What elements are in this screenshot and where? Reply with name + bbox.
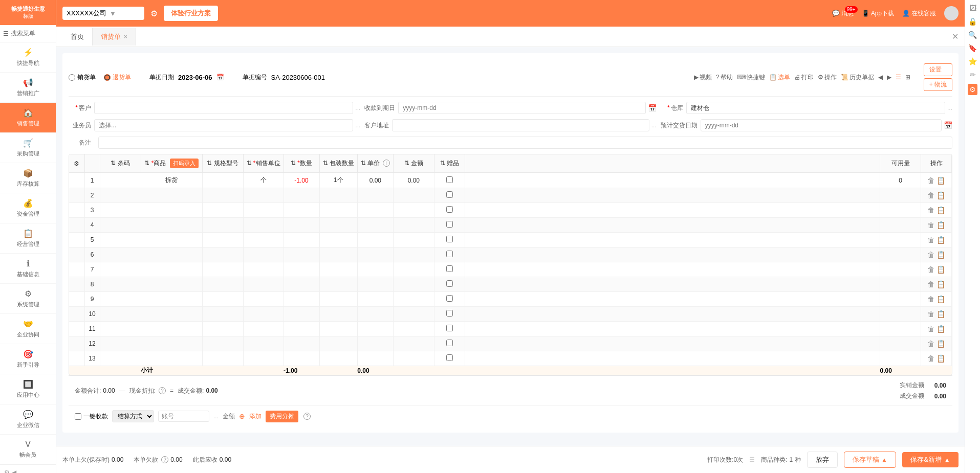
row-copy-icon[interactable]: 📋: [937, 176, 945, 185]
gift-checkbox[interactable]: [446, 340, 453, 346]
row-pkgqty[interactable]: [319, 277, 357, 292]
row-gift[interactable]: [434, 307, 465, 322]
salesperson-input[interactable]: [94, 119, 353, 131]
row-gift[interactable]: [434, 173, 465, 188]
row-price[interactable]: [357, 233, 393, 247]
warehouse-input[interactable]: [686, 102, 945, 114]
row-copy-icon[interactable]: 📋: [937, 206, 945, 214]
row-gift[interactable]: [434, 203, 465, 218]
row-delete-icon[interactable]: 🗑: [927, 251, 934, 259]
row-copy-icon[interactable]: 📋: [937, 251, 945, 259]
row-gift[interactable]: [434, 336, 465, 351]
row-pkgqty[interactable]: [319, 322, 357, 336]
one-click-pay-label[interactable]: 一键收款: [75, 412, 108, 421]
gift-checkbox[interactable]: [446, 236, 453, 242]
row-product[interactable]: [141, 322, 202, 336]
row-price[interactable]: [357, 336, 393, 351]
row-qty[interactable]: [284, 336, 319, 351]
row-pkgqty[interactable]: [319, 188, 357, 203]
help-btn[interactable]: ? 帮助: [716, 73, 733, 82]
radio-sales-input[interactable]: [69, 74, 75, 81]
row-delete-icon[interactable]: 🗑: [927, 280, 934, 288]
expense-button[interactable]: 费用分摊: [266, 411, 298, 422]
add-payment-icon[interactable]: ⊕: [239, 412, 245, 420]
gift-checkbox[interactable]: [446, 310, 453, 317]
row-product[interactable]: [141, 203, 202, 218]
view-list-icon[interactable]: ☰: [896, 74, 901, 81]
gift-checkbox[interactable]: [446, 176, 453, 183]
abandon-button[interactable]: 放弃: [807, 452, 838, 468]
radio-return-order[interactable]: 退货单: [104, 73, 131, 82]
sidebar-item-vip[interactable]: V 畅会员: [0, 435, 56, 464]
customer-input[interactable]: [94, 102, 353, 114]
sidebar-item-quicknav[interactable]: ⚡ 快捷导航: [0, 42, 56, 73]
gift-checkbox[interactable]: [446, 295, 453, 302]
trial-button[interactable]: 体验行业方案: [164, 6, 218, 21]
row-spec[interactable]: [202, 203, 243, 218]
row-gift[interactable]: [434, 262, 465, 277]
row-price[interactable]: [357, 203, 393, 218]
row-delete-icon[interactable]: 🗑: [927, 236, 934, 244]
row-qty[interactable]: [284, 307, 319, 322]
row-unit[interactable]: [243, 262, 284, 277]
row-qty[interactable]: [284, 262, 319, 277]
expected-date-input[interactable]: [701, 119, 942, 131]
row-product[interactable]: [141, 247, 202, 262]
row-product[interactable]: [141, 262, 202, 277]
gift-checkbox[interactable]: [446, 280, 453, 287]
customer-dots[interactable]: ...: [355, 104, 360, 111]
logistics-button[interactable]: + 物流: [924, 78, 952, 91]
row-spec[interactable]: [202, 247, 243, 262]
row-amount[interactable]: [393, 336, 434, 351]
select-btn[interactable]: 📋 选单: [769, 73, 790, 82]
row-spec[interactable]: [202, 322, 243, 336]
row-pkgqty[interactable]: [319, 262, 357, 277]
scan-button[interactable]: 扫码录入: [170, 159, 199, 168]
row-gift[interactable]: [434, 218, 465, 233]
row-qty[interactable]: [284, 233, 319, 247]
row-barcode[interactable]: [100, 351, 141, 366]
nav-next-icon[interactable]: ▶: [887, 74, 891, 81]
sidebar-collapse-icon[interactable]: ◀: [12, 469, 16, 473]
row-copy-icon[interactable]: 📋: [937, 280, 945, 288]
row-qty[interactable]: [284, 203, 319, 218]
col-header-settings[interactable]: ⚙: [69, 154, 84, 173]
row-spec[interactable]: [202, 307, 243, 322]
row-price[interactable]: [357, 307, 393, 322]
row-qty[interactable]: [284, 292, 319, 307]
row-unit[interactable]: [243, 351, 284, 366]
row-product[interactable]: 拆货: [141, 173, 202, 188]
row-product[interactable]: [141, 233, 202, 247]
sidebar-item-collab[interactable]: 🤝 企业协同: [0, 314, 56, 344]
rs-image-icon[interactable]: 🖼: [969, 4, 976, 12]
sidebar-item-operation[interactable]: 📋 经营管理: [0, 223, 56, 254]
row-spec[interactable]: [202, 188, 243, 203]
sidebar-item-system[interactable]: ⚙ 系统管理: [0, 284, 56, 314]
save-draft-button[interactable]: 保存草稿 ▲: [844, 452, 897, 468]
row-barcode[interactable]: [100, 277, 141, 292]
row-barcode[interactable]: [100, 247, 141, 262]
product-type-icon[interactable]: ☰: [749, 456, 755, 463]
row-qty[interactable]: [284, 247, 319, 262]
save-new-button[interactable]: 保存&新增 ▲: [902, 452, 959, 467]
rs-bookmark-icon[interactable]: 🔖: [968, 44, 977, 52]
sidebar-item-purchase[interactable]: 🛒 采购管理: [0, 133, 56, 163]
gift-checkbox[interactable]: [446, 191, 453, 198]
row-copy-icon[interactable]: 📋: [937, 191, 945, 199]
row-barcode[interactable]: [100, 203, 141, 218]
row-copy-icon[interactable]: 📋: [937, 310, 945, 318]
row-price[interactable]: [357, 322, 393, 336]
customer-addr-dots[interactable]: ...: [651, 122, 657, 129]
row-copy-icon[interactable]: 📋: [937, 354, 945, 363]
row-amount[interactable]: [393, 233, 434, 247]
row-unit[interactable]: 个: [243, 173, 284, 188]
gift-checkbox[interactable]: [446, 251, 453, 257]
settings-button[interactable]: 设置: [924, 63, 952, 76]
row-delete-icon[interactable]: 🗑: [927, 295, 934, 303]
row-gift[interactable]: [434, 351, 465, 366]
tab-close-icon[interactable]: ×: [124, 33, 127, 40]
sidebar-item-sales[interactable]: 🏠 销售管理: [0, 103, 56, 133]
row-price[interactable]: [357, 218, 393, 233]
row-unit[interactable]: [243, 307, 284, 322]
row-amount[interactable]: [393, 247, 434, 262]
